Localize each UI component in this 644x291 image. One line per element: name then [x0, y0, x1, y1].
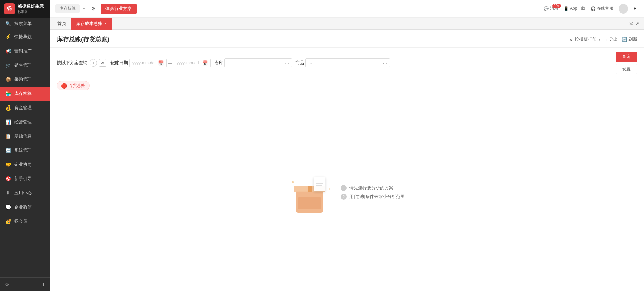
sidebar-item-operation[interactable]: 📊 经营管理	[0, 115, 50, 129]
sidebar-item-label: 营销推广	[14, 48, 45, 54]
warehouse-more-icon: ···	[285, 60, 289, 66]
topbar-right: 💬 消息 99+ 📱 App下载 🎧 在线客服 Rit	[544, 4, 639, 14]
audio-button[interactable]: ⏸	[40, 282, 45, 288]
product-label: 商品	[295, 60, 304, 66]
print-chevron-icon: ▼	[598, 38, 601, 41]
sidebar-item-wechat[interactable]: 💬 企业微信	[0, 200, 50, 214]
filter-actions: 查询 设置	[616, 52, 637, 74]
messages-button[interactable]: 💬 消息 99+	[544, 6, 558, 11]
refresh-icon: 🔄	[622, 37, 627, 42]
step-2-text: 用[过滤]条件来缩小分析范围	[349, 194, 404, 200]
logo-icon: 畅	[4, 3, 15, 14]
app-version: 标准版	[18, 9, 44, 14]
resize-icon[interactable]: ⤢	[633, 21, 641, 26]
marketing-icon: 📢	[5, 48, 11, 54]
avatar	[619, 4, 628, 14]
gear-button[interactable]: ⚙	[89, 4, 98, 14]
refresh-label: 刷新	[628, 36, 637, 42]
tab-close-icon[interactable]: ×	[104, 21, 107, 26]
messages-badge: 99+	[552, 4, 561, 8]
sidebar-item-label: 资金管理	[14, 105, 45, 111]
filter-settings-button[interactable]: 设置	[616, 64, 637, 74]
system-icon: 🔄	[5, 147, 11, 154]
date-end-input[interactable]: yyyy-mm-dd 📅	[174, 59, 211, 67]
headset-icon: 🎧	[591, 6, 596, 11]
search-menu[interactable]: 🔍 搜索菜单	[0, 18, 50, 30]
filter-collapse-button[interactable]: ≪	[99, 59, 106, 67]
tab-home[interactable]: 首页	[53, 18, 71, 30]
date-filter-group: 记账日期 yyyy-mm-dd 📅 — yyyy-mm-dd 📅	[110, 59, 211, 67]
filter-row: 按以下方案查询 + ≪ 记账日期 yyyy-mm-dd 📅 — yyyy-mm-…	[57, 52, 637, 74]
svg-rect-4	[314, 177, 325, 191]
sidebar-item-label: 经营管理	[14, 119, 45, 125]
page-content: 库存总账(存货总账) 🖨 按模板打印 ▼ ↑ 导出 🔄 刷新	[50, 30, 644, 291]
breadcrumb[interactable]: 库存核算	[55, 4, 80, 13]
filter-fields: 记账日期 yyyy-mm-dd 📅 — yyyy-mm-dd 📅 仓库	[110, 58, 612, 67]
filter-add-button[interactable]: +	[90, 59, 97, 67]
warehouse-placeholder: ···	[227, 60, 231, 65]
service-label: 在线客服	[597, 6, 613, 11]
sidebar-item-label: 采购管理	[14, 76, 45, 82]
sidebar-item-label: 企业微信	[14, 204, 45, 210]
sidebar-item-newbie[interactable]: 🎯 新手引导	[0, 172, 50, 186]
sidebar-item-label: 应用中心	[14, 190, 45, 196]
app-download-button[interactable]: 📱 App下载	[564, 6, 585, 11]
product-filter-group: 商品 ··· ···	[295, 58, 390, 67]
sidebar-item-label: 企业协同	[14, 162, 45, 168]
date-separator: —	[168, 60, 172, 66]
export-label: 导出	[609, 36, 618, 42]
tab-inventory-ledger[interactable]: 库存成本总账 ×	[71, 18, 112, 30]
username-label[interactable]: Rit	[634, 6, 639, 11]
product-selector[interactable]: ··· ···	[305, 58, 390, 67]
calendar-end-icon: 📅	[202, 60, 208, 66]
sidebar-item-cooperation[interactable]: 🤝 企业协同	[0, 157, 50, 172]
print-button[interactable]: 🖨 按模板打印 ▼	[569, 36, 601, 42]
sub-filter: 🔴 存货总账	[50, 78, 644, 93]
step-1-num: 1	[341, 185, 347, 191]
app-download-label: App下载	[570, 6, 585, 11]
scheme-tag[interactable]: 🔴 存货总账	[57, 81, 90, 90]
sidebar-item-marketing[interactable]: 📢 营销推广	[0, 44, 50, 58]
step-1-text: 请先选择要分析的方案	[349, 185, 393, 191]
sidebar-item-label: 新手引导	[14, 176, 45, 182]
sidebar-item-label: 畅会员	[14, 218, 45, 224]
tag-icon: 🔴	[61, 83, 67, 89]
close-panel-icon[interactable]: ✕	[629, 21, 633, 26]
sidebar-item-finance[interactable]: 💰 资金管理	[0, 101, 50, 115]
settings-button[interactable]: ⚙	[5, 281, 9, 288]
filter-area: 按以下方案查询 + ≪ 记账日期 yyyy-mm-dd 📅 — yyyy-mm-…	[50, 48, 644, 78]
wechat-icon: 💬	[5, 204, 11, 211]
online-service-button[interactable]: 🎧 在线客服	[591, 6, 613, 11]
purchase-icon: 📦	[5, 76, 11, 83]
sidebar-item-member[interactable]: 👑 畅会员	[0, 214, 50, 228]
query-button[interactable]: 查询	[616, 52, 637, 62]
search-icon: 🔍	[5, 20, 11, 27]
date-start-input[interactable]: yyyy-mm-dd 📅	[129, 59, 167, 67]
topbar: 库存核算 ▼ ⚙ 体验行业方案 💬 消息 99+ 📱 App下载 🎧 在线客服 …	[50, 0, 644, 18]
topbar-left: 库存核算 ▼ ⚙ 体验行业方案	[55, 4, 544, 14]
sidebar: 畅 畅捷通好生意 标准版 🔍 搜索菜单 ⚡ 快捷导航 📢 营销推广 🛒 销售管理…	[0, 0, 50, 291]
industry-btn[interactable]: 体验行业方案	[101, 4, 137, 14]
sidebar-item-purchase[interactable]: 📦 采购管理	[0, 72, 50, 87]
inventory-icon: 🏪	[5, 90, 11, 97]
warehouse-selector[interactable]: ··· ···	[224, 58, 292, 67]
step-2-num: 2	[341, 194, 347, 200]
sidebar-item-sales[interactable]: 🛒 销售管理	[0, 58, 50, 72]
sidebar-item-inventory[interactable]: 🏪 库存核算	[0, 87, 50, 101]
appstore-icon: ⬇	[5, 190, 11, 196]
sidebar-item-label: 快捷导航	[14, 34, 45, 40]
svg-point-9	[329, 188, 330, 190]
empty-step-1: 1 请先选择要分析的方案	[341, 185, 404, 191]
export-button[interactable]: ↑ 导出	[605, 36, 618, 42]
date-label: 记账日期	[110, 60, 128, 66]
tabs-bar: 首页 库存成本总账 × ✕ ⤢	[50, 18, 644, 30]
sidebar-item-basic[interactable]: 📋 基础信息	[0, 129, 50, 143]
empty-instructions: 1 请先选择要分析的方案 2 用[过滤]条件来缩小分析范围	[341, 185, 404, 200]
sidebar-item-quick-nav[interactable]: ⚡ 快捷导航	[0, 30, 50, 44]
refresh-button[interactable]: 🔄 刷新	[622, 36, 637, 42]
sidebar-item-appstore[interactable]: ⬇ 应用中心	[0, 186, 50, 200]
export-icon: ↑	[605, 37, 608, 42]
sidebar-item-system[interactable]: 🔄 系统管理	[0, 143, 50, 157]
sidebar-item-label: 系统管理	[14, 147, 45, 153]
empty-step-2: 2 用[过滤]条件来缩小分析范围	[341, 194, 404, 200]
